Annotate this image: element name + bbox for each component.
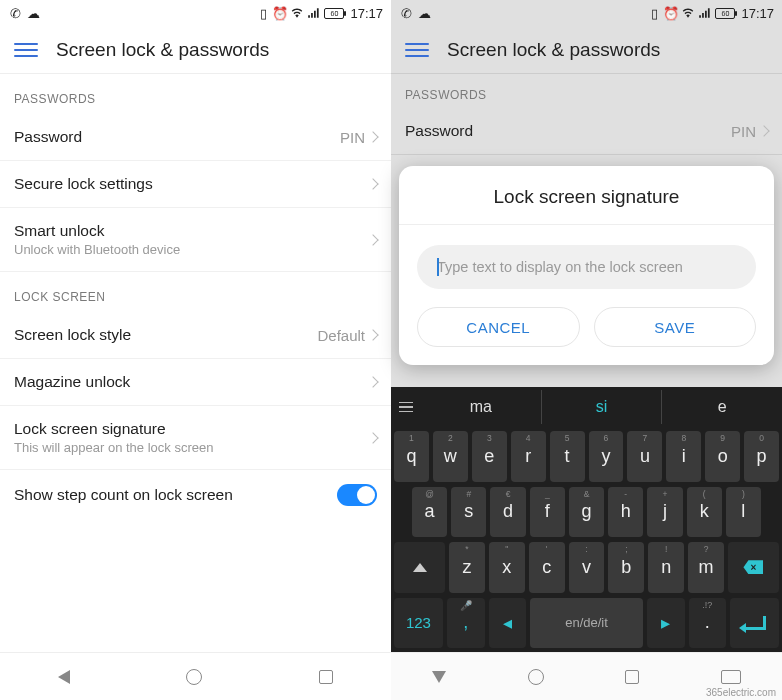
row-password[interactable]: Password PIN — [0, 114, 391, 161]
kb-key-i[interactable]: 8i — [666, 431, 701, 482]
kb-key-y[interactable]: 6y — [589, 431, 624, 482]
vibrate-icon: ▯ — [256, 6, 270, 20]
kb-key-w[interactable]: 2w — [433, 431, 468, 482]
row-value: PIN — [731, 123, 756, 140]
status-bar: ✆ ☁ ▯ ⏰ 60 17:17 — [391, 0, 782, 26]
kb-key-s[interactable]: #s — [451, 487, 486, 538]
nav-hide-kbd-icon[interactable] — [432, 671, 446, 683]
kb-suggestion[interactable]: si — [542, 390, 663, 424]
menu-icon[interactable] — [14, 38, 38, 62]
cancel-button[interactable]: CANCEL — [417, 307, 580, 347]
row-smart-unlock[interactable]: Smart unlock Unlock with Bluetooth devic… — [0, 208, 391, 272]
section-lockscreen: LOCK SCREEN — [0, 272, 391, 312]
chevron-right-icon — [367, 234, 378, 245]
row-password[interactable]: Password PIN — [391, 108, 782, 155]
phone-right: ✆ ☁ ▯ ⏰ 60 17:17 Screen lock & passwords… — [391, 0, 782, 700]
kb-space-key[interactable]: en/de/it — [530, 598, 643, 649]
menu-icon[interactable] — [405, 38, 429, 62]
kb-key-t[interactable]: 5t — [550, 431, 585, 482]
kb-comma-key[interactable]: 🎤, — [447, 598, 485, 649]
section-passwords: PASSWORDS — [0, 74, 391, 114]
row-label: Screen lock style — [14, 326, 317, 344]
whatsapp-icon: ✆ — [399, 6, 413, 20]
row-sublabel: This will appear on the lock screen — [14, 440, 369, 455]
kb-key-j[interactable]: +j — [647, 487, 682, 538]
kb-menu-icon[interactable] — [391, 402, 421, 413]
kb-key-p[interactable]: 0p — [744, 431, 779, 482]
kb-row-2: @a#s€d_f&g-h+j(k)l — [394, 487, 779, 538]
kb-backspace-key[interactable]: × — [728, 542, 779, 593]
kb-suggestion[interactable]: ma — [421, 390, 542, 424]
row-magazine-unlock[interactable]: Magazine unlock — [0, 359, 391, 406]
row-value: Default — [317, 327, 365, 344]
row-sublabel: Unlock with Bluetooth device — [14, 242, 369, 257]
kb-suggestion-bar: ma si e — [391, 387, 782, 427]
kb-key-m[interactable]: ?m — [688, 542, 724, 593]
whatsapp-icon: ✆ — [8, 6, 22, 20]
kb-key-b[interactable]: ;b — [608, 542, 644, 593]
row-label: Password — [14, 128, 340, 146]
nav-recent-icon[interactable] — [625, 670, 639, 684]
kb-key-f[interactable]: _f — [530, 487, 565, 538]
kb-key-z[interactable]: *z — [449, 542, 485, 593]
row-label: Show step count on lock screen — [14, 486, 337, 504]
cloud-icon: ☁ — [417, 6, 431, 20]
nav-home-icon[interactable] — [186, 669, 202, 685]
row-label: Password — [405, 122, 731, 140]
row-lock-signature[interactable]: Lock screen signature This will appear o… — [0, 406, 391, 470]
kb-suggestion[interactable]: e — [662, 390, 782, 424]
kb-key-r[interactable]: 4r — [511, 431, 546, 482]
kb-enter-key[interactable] — [730, 598, 779, 649]
chevron-right-icon — [367, 329, 378, 340]
signal-icon — [307, 6, 321, 20]
chevron-right-icon — [758, 125, 769, 136]
kb-shift-key[interactable] — [394, 542, 445, 593]
kb-key-k[interactable]: (k — [687, 487, 722, 538]
status-bar: ✆ ☁ ▯ ⏰ 60 17:17 — [0, 0, 391, 26]
kb-period-key[interactable]: .!?. — [689, 598, 727, 649]
row-label: Smart unlock — [14, 222, 369, 240]
kb-key-g[interactable]: &g — [569, 487, 604, 538]
kb-key-q[interactable]: 1q — [394, 431, 429, 482]
status-time: 17:17 — [350, 6, 383, 21]
chevron-right-icon — [367, 131, 378, 142]
kb-left-key[interactable]: ◂ — [489, 598, 527, 649]
kb-key-h[interactable]: -h — [608, 487, 643, 538]
kb-numeric-key[interactable]: 123 — [394, 598, 443, 649]
chevron-right-icon — [367, 376, 378, 387]
nav-home-icon[interactable] — [528, 669, 544, 685]
kb-key-c[interactable]: 'c — [529, 542, 565, 593]
kb-key-e[interactable]: 3e — [472, 431, 507, 482]
row-lock-style[interactable]: Screen lock style Default — [0, 312, 391, 359]
kb-key-x[interactable]: "x — [489, 542, 525, 593]
row-step-count[interactable]: Show step count on lock screen — [0, 470, 391, 520]
kb-key-a[interactable]: @a — [412, 487, 447, 538]
nav-back-icon[interactable] — [58, 670, 70, 684]
battery-icon: 60 — [715, 8, 735, 19]
kb-right-key[interactable]: ▸ — [647, 598, 685, 649]
kb-key-d[interactable]: €d — [490, 487, 525, 538]
row-label: Lock screen signature — [14, 420, 369, 438]
chevron-right-icon — [367, 178, 378, 189]
kb-key-u[interactable]: 7u — [627, 431, 662, 482]
app-header: Screen lock & passwords — [0, 26, 391, 74]
kb-row-4: 123 🎤, ◂ en/de/it ▸ .!?. — [394, 598, 779, 649]
soft-keyboard: ma si e 1q2w3e4r5t6y7u8i9o0p @a#s€d_f&g-… — [391, 387, 782, 652]
kb-key-o[interactable]: 9o — [705, 431, 740, 482]
kb-row-3: *z"x'c:v;b!n?m × — [394, 542, 779, 593]
nav-keyboard-icon[interactable] — [721, 670, 741, 684]
toggle-step-count[interactable] — [337, 484, 377, 506]
alarm-icon: ⏰ — [664, 6, 678, 20]
dialog-title: Lock screen signature — [399, 166, 774, 225]
save-button[interactable]: SAVE — [594, 307, 757, 347]
kb-key-l[interactable]: )l — [726, 487, 761, 538]
row-value: PIN — [340, 129, 365, 146]
signature-input[interactable] — [417, 245, 756, 289]
nav-recent-icon[interactable] — [319, 670, 333, 684]
kb-key-n[interactable]: !n — [648, 542, 684, 593]
row-secure-lock[interactable]: Secure lock settings — [0, 161, 391, 208]
wifi-icon — [290, 6, 304, 20]
kb-row-1: 1q2w3e4r5t6y7u8i9o0p — [394, 431, 779, 482]
kb-key-v[interactable]: :v — [569, 542, 605, 593]
row-label: Magazine unlock — [14, 373, 369, 391]
